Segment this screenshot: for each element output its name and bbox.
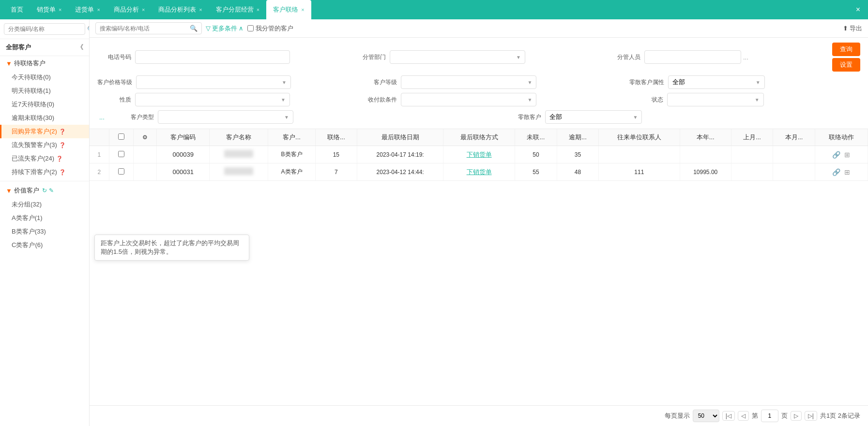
query-button[interactable]: 查询 (832, 43, 860, 56)
close-product-analysis-list-tab[interactable]: × (199, 7, 202, 13)
person-dots[interactable]: ... (741, 54, 750, 61)
row2-last-method[interactable]: 下销货单 (443, 163, 515, 181)
nav-sales[interactable]: 销货单 × (30, 0, 68, 19)
sidebar-collapse-icon[interactable]: 《 (77, 43, 83, 52)
toolbar: 🔍 ▽ 更多条件 ∧ 我分管的客户 ⬆ 导出 (90, 19, 868, 38)
row1-select-checkbox[interactable] (118, 151, 124, 157)
payment-field: 收付款条件 ▼ (363, 93, 594, 106)
dept-select[interactable]: ▼ (390, 50, 525, 64)
per-page-select[interactable]: 50 100 200 (693, 410, 719, 422)
toolbar-search-icon[interactable]: 🔍 (190, 25, 198, 32)
gender-label: 性质 (97, 96, 131, 104)
gender-select[interactable]: ▼ (135, 93, 290, 106)
filter-row-1: 电话号码 分管部门 ▼ 分管人员 ... 查询 设置 (97, 43, 860, 72)
phone-field: 电话号码 (97, 50, 317, 64)
sidebar-already-lost[interactable]: 已流失客户(24) ❓ (0, 152, 89, 165)
sidebar-a-class[interactable]: A类客户(1) (0, 211, 89, 225)
customer-grade-select[interactable]: ▼ (401, 75, 536, 89)
content-area: 🔍 ▽ 更多条件 ∧ 我分管的客户 ⬆ 导出 电话号码 (90, 19, 868, 426)
status-field: 状态 ▼ (629, 93, 860, 106)
row1-link-icon[interactable]: 🔗 (832, 151, 840, 159)
payment-select-arrow: ▼ (527, 97, 532, 103)
retail-customer-select[interactable]: 全部 ▼ (545, 110, 642, 124)
sidebar-repeat-abnormal[interactable]: 回购异常客户(2) ❓ (0, 125, 89, 138)
data-table-area[interactable]: ⚙ 客户编码 客户名称 客户... 联络... (90, 129, 868, 405)
sidebar-today-pending[interactable]: 今天待联络(0) (0, 71, 89, 84)
row4-dots[interactable]: ... (97, 114, 107, 121)
row2-link-icon[interactable]: 🔗 (832, 168, 840, 176)
nav-product-analysis-list[interactable]: 商品分析列表 × (152, 0, 209, 19)
more-filter-button[interactable]: ▽ 更多条件 ∧ (206, 24, 244, 33)
sidebar-c-class[interactable]: C类客户(6) (0, 238, 89, 252)
price-grade-select-arrow: ▼ (282, 80, 287, 85)
row1-checkbox[interactable] (109, 146, 134, 163)
sidebar-overdue-pending[interactable]: 逾期未联络(30) (0, 111, 89, 125)
filter-icon: ▽ (206, 25, 211, 32)
close-customer-contact-tab[interactable]: × (301, 7, 304, 13)
sidebar-divider (0, 181, 89, 181)
payment-select[interactable]: ▼ (401, 93, 536, 106)
my-customer-checkbox[interactable] (247, 25, 254, 31)
nav-customer-tier[interactable]: 客户分层经营 × (209, 0, 266, 19)
nav-home[interactable]: 首页 (4, 0, 30, 19)
next-page-button[interactable]: ▷ (791, 411, 802, 421)
col-action: 联络动作 (815, 129, 868, 146)
top-navigation: 首页 销货单 × 进货单 × 商品分析 × 商品分析列表 × 客户分层经营 × … (0, 0, 868, 19)
sidebar-search-input[interactable] (4, 23, 85, 35)
table-header-row: ⚙ 客户编码 客户名称 客户... 联络... (90, 129, 868, 146)
col-unpaid: 未联... (515, 129, 557, 146)
row2-select-checkbox[interactable] (118, 168, 124, 175)
customer-grade-select-arrow: ▼ (527, 80, 532, 85)
select-all-checkbox[interactable] (118, 133, 124, 140)
last-page-button[interactable]: ▷| (805, 411, 817, 421)
continuous-down-help-icon: ❓ (59, 169, 66, 176)
row1-last-method[interactable]: 下销货单 (443, 146, 515, 163)
first-page-button[interactable]: |◁ (722, 411, 735, 421)
toolbar-search-input[interactable] (100, 25, 190, 32)
row2-last-method-link[interactable]: 下销货单 (467, 168, 492, 176)
close-purchase-tab[interactable]: × (97, 7, 100, 13)
value-customers-refresh-icon[interactable]: ↻ (42, 187, 47, 194)
lost-predicted-help-icon: ❓ (59, 142, 66, 148)
retail-customer-label: 零散客户 (507, 113, 541, 121)
setting-button[interactable]: 设置 (832, 58, 860, 72)
page-number-input[interactable] (761, 410, 778, 422)
row1-overdue: 35 (557, 146, 598, 163)
pending-contact-section[interactable]: ▼ 待联络客户 (0, 56, 89, 71)
customer-type-select[interactable]: ▼ (158, 110, 293, 124)
retail-attr-field: 零散客户属性 全部 ▼ (629, 75, 860, 89)
window-close-button[interactable]: × (852, 5, 864, 14)
customer-type-field: 客户类型 ▼ (120, 110, 473, 124)
value-customers-edit-icon[interactable]: ✎ (49, 187, 54, 194)
sidebar-continuous-down[interactable]: 持续下滑客户(2) ❓ (0, 165, 89, 179)
status-select-arrow: ▼ (755, 97, 760, 103)
row1-grid-icon[interactable]: ⊞ (844, 151, 850, 159)
prev-page-button[interactable]: ◁ (738, 411, 749, 421)
phone-input[interactable] (135, 50, 290, 64)
value-customers-section[interactable]: ▼ 价值客户 ↻ ✎ (0, 183, 89, 198)
close-sales-tab[interactable]: × (59, 7, 61, 13)
row1-last-method-link[interactable]: 下销货单 (467, 151, 492, 158)
status-select[interactable]: ▼ (667, 93, 764, 106)
person-input[interactable] (644, 50, 741, 64)
close-customer-tier-tab[interactable]: × (257, 7, 259, 13)
row2-grid-icon[interactable]: ⊞ (844, 168, 850, 176)
phone-label: 电话号码 (97, 53, 131, 61)
col-settings[interactable]: ⚙ (134, 129, 157, 146)
sidebar-7days-pending[interactable]: 近7天待联络(0) (0, 98, 89, 111)
row2-checkbox[interactable] (109, 163, 134, 181)
row2-contact: 7 (315, 163, 357, 181)
sidebar-b-class[interactable]: B类客户(33) (0, 225, 89, 238)
retail-attr-select[interactable]: 全部 ▼ (668, 75, 765, 89)
nav-product-analysis[interactable]: 商品分析 × (107, 0, 152, 19)
row2-this-month (773, 163, 815, 181)
nav-purchase[interactable]: 进货单 × (68, 0, 107, 19)
sidebar-lost-predicted[interactable]: 流失预警客户(3) ❓ (0, 138, 89, 152)
close-product-analysis-tab[interactable]: × (142, 7, 145, 13)
price-grade-select[interactable]: ▼ (136, 75, 291, 89)
sidebar-unclassified[interactable]: 未分组(32) (0, 198, 89, 211)
all-customers-title: 全部客户 《 (0, 39, 89, 56)
nav-customer-contact[interactable]: 客户联络 × (266, 0, 311, 19)
export-button[interactable]: ⬆ 导出 (843, 24, 862, 33)
sidebar-tomorrow-pending[interactable]: 明天待联络(1) (0, 84, 89, 98)
